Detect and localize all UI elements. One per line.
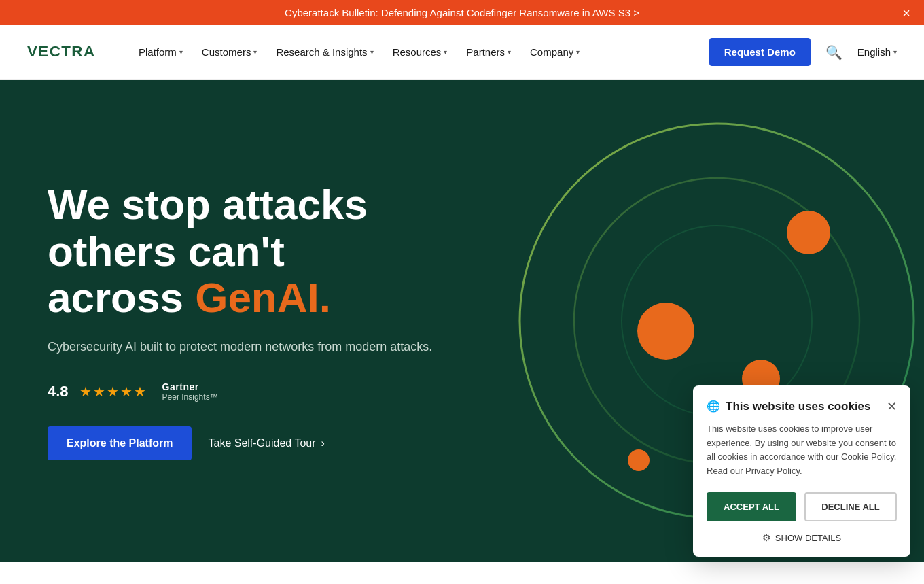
chevron-down-icon: ▾ (444, 48, 447, 56)
hero-content: We stop attacks others can't across GenA… (48, 182, 432, 460)
chevron-down-icon: ▾ (179, 48, 183, 56)
rating-number: 4.8 (48, 383, 69, 400)
hero-subtext: Cybersecurity AI built to protect modern… (48, 337, 432, 357)
svg-point-4 (787, 211, 830, 254)
request-demo-button[interactable]: Request Demo (709, 38, 811, 66)
gartner-name: Gartner (162, 381, 218, 392)
svg-point-7 (628, 449, 650, 471)
globe-icon: 🌐 (707, 400, 720, 413)
nav-item-resources[interactable]: Resources ▾ (385, 41, 456, 63)
arrow-right-icon: › (321, 437, 325, 449)
cookie-buttons: ACCEPT ALL DECLINE ALL (707, 492, 897, 521)
chevron-down-icon: ▾ (253, 48, 257, 56)
hero-headline: We stop attacks others can't across GenA… (48, 182, 432, 321)
announcement-text[interactable]: Cyberattack Bulletin: Defending Against … (285, 7, 639, 18)
peer-insights-label: Peer Insights™ (162, 392, 218, 402)
accept-all-button[interactable]: ACCEPT ALL (707, 492, 796, 521)
hero-buttons: Explore the Platform Take Self-Guided To… (48, 426, 432, 460)
show-details-button[interactable]: ⚙ SHOW DETAILS (707, 532, 897, 543)
nav-item-partners[interactable]: Partners ▾ (458, 41, 519, 63)
gartner-block: 4.8 ★ ★ ★ ★ ★ Gartner Peer Insights™ (48, 381, 432, 402)
cookie-popup: 🌐 This website uses cookies ✕ This websi… (693, 385, 910, 557)
nav-item-company[interactable]: Company ▾ (522, 41, 588, 63)
chevron-down-icon: ▾ (893, 48, 897, 56)
chevron-down-icon: ▾ (576, 48, 580, 56)
language-selector[interactable]: English ▾ (857, 46, 897, 58)
svg-point-5 (637, 303, 694, 360)
cookie-header: 🌐 This website uses cookies ✕ (707, 399, 897, 414)
announcement-close-button[interactable]: × (902, 6, 910, 20)
gear-icon: ⚙ (762, 532, 771, 543)
cookie-header-left: 🌐 This website uses cookies (707, 400, 871, 413)
explore-platform-button[interactable]: Explore the Platform (48, 426, 192, 460)
star-rating: ★ ★ ★ ★ ★ (79, 383, 146, 400)
nav-item-platform[interactable]: Platform ▾ (130, 41, 191, 63)
search-icon: 🔍 (825, 45, 842, 60)
announcement-bar: Cyberattack Bulletin: Defending Against … (0, 0, 924, 25)
nav-item-customers[interactable]: Customers ▾ (194, 41, 266, 63)
svg-text:VECTRA: VECTRA (27, 43, 95, 60)
cookie-close-button[interactable]: ✕ (887, 399, 897, 414)
nav-right: Request Demo 🔍 English ▾ (709, 38, 897, 66)
cookie-title: This website uses cookies (726, 400, 871, 413)
gartner-logo: Gartner Peer Insights™ (162, 381, 218, 402)
navbar: VECTRA Platform ▾ Customers ▾ Research &… (0, 25, 924, 80)
chevron-down-icon: ▾ (508, 48, 511, 56)
nav-links: Platform ▾ Customers ▾ Research & Insigh… (130, 41, 709, 63)
cookie-body: This website uses cookies to improve use… (707, 422, 897, 479)
self-guided-tour-link[interactable]: Take Self-Guided Tour › (208, 437, 324, 449)
chevron-down-icon: ▾ (370, 48, 374, 56)
search-button[interactable]: 🔍 (821, 40, 847, 65)
decline-all-button[interactable]: DECLINE ALL (804, 492, 897, 521)
nav-item-research[interactable]: Research & Insights ▾ (268, 41, 381, 63)
language-label: English (857, 46, 891, 58)
logo[interactable]: VECTRA (27, 41, 103, 63)
